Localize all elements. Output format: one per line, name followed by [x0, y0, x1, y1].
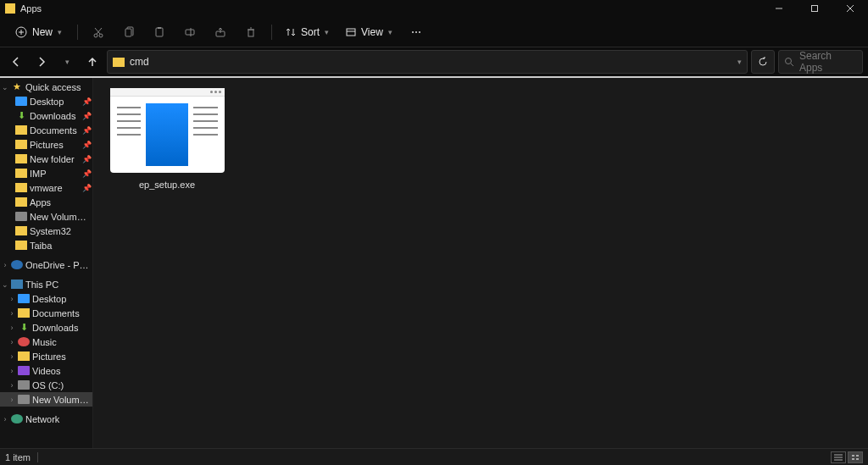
close-button[interactable] — [832, 0, 868, 17]
sidebar-item-vmware[interactable]: vmware📌 — [0, 180, 92, 195]
delete-button[interactable] — [237, 20, 264, 44]
svg-point-24 — [419, 31, 420, 33]
folder-icon — [18, 308, 30, 318]
up-button[interactable] — [81, 51, 103, 73]
sidebar-item-taiba[interactable]: Taiba — [0, 238, 92, 252]
sidebar-item-imp[interactable]: IMP📌 — [0, 166, 92, 180]
search-icon — [784, 57, 794, 67]
music-icon — [18, 337, 30, 346]
folder-icon — [15, 226, 27, 235]
svg-rect-14 — [186, 30, 194, 35]
sort-label: Sort — [301, 26, 320, 38]
folder-icon — [15, 140, 27, 149]
pin-icon: 📌 — [82, 126, 91, 135]
more-button[interactable] — [403, 20, 430, 44]
svg-rect-17 — [248, 30, 253, 36]
sidebar-item-apps[interactable]: Apps — [0, 195, 92, 209]
view-button[interactable]: View ▾ — [339, 23, 399, 42]
rename-button[interactable] — [176, 20, 203, 44]
chevron-down-icon: ▾ — [388, 28, 392, 36]
desktop-icon — [15, 97, 27, 106]
drive-icon — [18, 395, 30, 404]
file-item[interactable]: ep_setup.exe — [103, 88, 231, 190]
icons-view-button[interactable] — [848, 451, 863, 463]
navigation-pane[interactable]: ⌄ ★ Quick access Desktop📌 ⬇Downloads📌 Do… — [0, 78, 93, 448]
navigation-bar: ▾ cmd ▾ Search Apps — [0, 47, 868, 78]
svg-rect-12 — [156, 28, 163, 36]
pin-icon: 📌 — [82, 184, 91, 192]
svg-rect-30 — [852, 455, 854, 457]
svg-point-22 — [412, 31, 414, 33]
drive-icon — [15, 212, 27, 221]
forward-button[interactable] — [31, 51, 53, 73]
sidebar-network[interactable]: › Network — [0, 412, 92, 426]
svg-point-25 — [786, 58, 792, 64]
caret-right-icon[interactable]: › — [8, 295, 15, 303]
svg-rect-13 — [158, 27, 161, 29]
sidebar-pc-videos[interactable]: ›Videos — [0, 363, 92, 378]
new-button[interactable]: New ▾ — [7, 23, 70, 42]
sidebar-pc-newvolume[interactable]: ›New Volume (D:) — [0, 392, 92, 407]
copy-button[interactable] — [115, 20, 142, 44]
paste-button[interactable] — [146, 20, 173, 44]
sidebar-pc-documents[interactable]: ›Documents — [0, 306, 92, 320]
share-button[interactable] — [207, 20, 234, 44]
svg-rect-1 — [812, 6, 818, 12]
chevron-down-icon: ▾ — [325, 28, 329, 36]
title-folder-icon — [5, 3, 15, 14]
sidebar-pc-music[interactable]: ›Music — [0, 335, 92, 349]
pin-icon: 📌 — [82, 97, 91, 106]
chevron-down-icon[interactable]: ▾ — [737, 58, 742, 66]
file-name: ep_setup.exe — [103, 180, 231, 190]
title-bar[interactable]: Apps — [0, 0, 868, 17]
caret-right-icon[interactable]: › — [2, 415, 8, 423]
maximize-button[interactable] — [797, 0, 832, 17]
sidebar-onedrive[interactable]: › OneDrive - Personal — [0, 257, 92, 272]
cut-button[interactable] — [85, 20, 112, 44]
sidebar-item-newvolume-qa[interactable]: New Volume (D:) — [0, 209, 92, 224]
folder-icon — [15, 241, 27, 250]
sort-icon — [286, 27, 296, 37]
caret-down-icon[interactable]: ⌄ — [2, 83, 8, 91]
svg-point-8 — [99, 34, 103, 37]
sidebar-pc-downloads[interactable]: ›⬇Downloads — [0, 320, 92, 335]
sidebar-item-desktop[interactable]: Desktop📌 — [0, 94, 92, 108]
sidebar-item-newfolder[interactable]: New folder📌 — [0, 152, 92, 166]
details-view-button[interactable] — [831, 451, 846, 463]
caret-down-icon[interactable]: ⌄ — [2, 280, 8, 289]
sidebar-pc-osc[interactable]: ›OS (C:) — [0, 378, 92, 392]
network-icon — [11, 414, 23, 423]
sort-button[interactable]: Sort ▾ — [279, 23, 336, 42]
back-button[interactable] — [5, 51, 27, 73]
refresh-button[interactable] — [751, 50, 775, 74]
sidebar-item-documents[interactable]: Documents📌 — [0, 123, 92, 137]
download-icon: ⬇ — [15, 111, 27, 120]
folder-icon — [15, 169, 27, 178]
download-icon: ⬇ — [18, 323, 30, 332]
content-area[interactable]: ep_setup.exe — [93, 78, 868, 448]
sidebar-quick-access[interactable]: ⌄ ★ Quick access — [0, 80, 92, 94]
pin-icon: 📌 — [82, 155, 91, 163]
svg-point-7 — [94, 34, 97, 37]
sidebar-item-pictures[interactable]: Pictures📌 — [0, 137, 92, 152]
search-box[interactable]: Search Apps — [778, 50, 863, 74]
sidebar-pc-pictures[interactable]: ›Pictures — [0, 349, 92, 363]
address-bar[interactable]: cmd ▾ — [107, 50, 748, 74]
svg-rect-32 — [852, 458, 854, 460]
status-bar: 1 item — [0, 448, 868, 465]
folder-icon — [15, 125, 27, 135]
sidebar-item-downloads[interactable]: ⬇Downloads📌 — [0, 108, 92, 123]
svg-rect-11 — [125, 29, 131, 36]
pin-icon: 📌 — [82, 169, 91, 178]
recent-button[interactable]: ▾ — [56, 51, 78, 73]
address-text: cmd — [130, 56, 732, 68]
svg-line-26 — [791, 64, 793, 66]
caret-right-icon[interactable]: › — [2, 261, 8, 269]
search-placeholder: Search Apps — [799, 50, 857, 74]
minimize-button[interactable] — [761, 0, 797, 17]
folder-icon — [15, 154, 27, 163]
file-thumbnail — [110, 88, 225, 173]
sidebar-item-system32[interactable]: System32 — [0, 224, 92, 238]
sidebar-this-pc[interactable]: ⌄ This PC — [0, 277, 92, 291]
sidebar-pc-desktop[interactable]: ›Desktop — [0, 291, 92, 306]
